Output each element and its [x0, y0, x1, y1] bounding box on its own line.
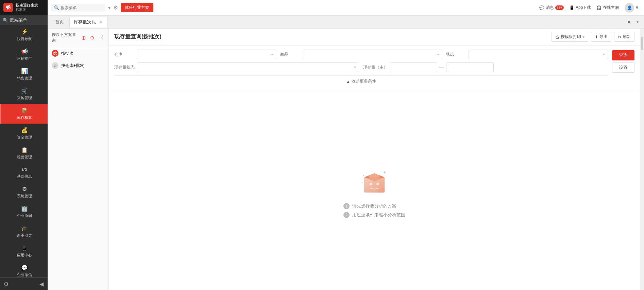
- tab-home[interactable]: 首页: [51, 17, 68, 27]
- messages-icon: 💬: [539, 5, 544, 10]
- print-btn[interactable]: 🖨 按模板打印 ▾: [552, 32, 588, 42]
- query-button[interactable]: 查询: [612, 50, 634, 60]
- print-dropdown-icon[interactable]: ▾: [582, 35, 584, 39]
- sidebar-label-basic: 基础信息: [17, 174, 32, 179]
- status-dropdown-icon[interactable]: ▾: [603, 52, 605, 57]
- tab-bar-close-btn[interactable]: ✕: [625, 18, 633, 26]
- collapse-sidebar-btn[interactable]: ◀: [38, 280, 45, 287]
- product-dots-icon[interactable]: ···: [436, 52, 439, 57]
- phone-icon: 📱: [569, 5, 574, 10]
- plan-icon-warehouse-batch: ⊙: [52, 62, 58, 69]
- empty-illustration: ✦ ✦ ✦: [357, 164, 391, 198]
- collapse-left-btn[interactable]: 《: [98, 34, 104, 41]
- sidebar-item-finance[interactable]: 💰 资金管理: [0, 124, 48, 143]
- sidebar-item-wechat[interactable]: 💬 企业微信: [0, 261, 48, 277]
- wechat-icon: 💬: [21, 265, 28, 271]
- sidebar-item-inventory[interactable]: 📦 库存核算: [0, 104, 48, 124]
- sidebar-label-operations: 经营管理: [17, 155, 32, 160]
- left-panel: 按以下方案查询 ⊕ ⊙ 《 按 按批次 ⊙ 按仓库+批次: [48, 29, 109, 290]
- topbar-search-input[interactable]: [61, 5, 101, 10]
- trial-button[interactable]: 体验行业方案: [121, 3, 153, 12]
- product-label: 商品: [280, 52, 301, 57]
- filter-status: 状态 ▾: [446, 50, 608, 59]
- warehouse-label: 仓库: [114, 52, 135, 57]
- topbar-dropdown-icon[interactable]: ▾: [108, 5, 111, 11]
- warehouse-select[interactable]: ···: [137, 50, 276, 59]
- settings-footer-btn[interactable]: ⚙: [3, 280, 10, 287]
- sidebar-search[interactable]: 🔍 搜索菜单: [0, 15, 48, 25]
- svg-point-5: [376, 183, 379, 185]
- sidebar-item-system[interactable]: ⚙ 系统管理: [0, 182, 48, 202]
- sidebar-item-operations[interactable]: 📋 经营管理: [0, 143, 48, 163]
- sidebar-label-enterprise: 企业协同: [17, 213, 32, 218]
- tab-more-btn[interactable]: ▾: [634, 19, 641, 25]
- left-panel-header: 按以下方案查询 ⊕ ⊙ 《: [48, 29, 108, 47]
- topbar: 🔍 ▾ ⚙ 体验行业方案 💬 消息 99+ 📱 App下载 🎧 在线客服 👤 R: [48, 0, 644, 16]
- stock-status-dropdown-icon[interactable]: ▾: [354, 65, 356, 70]
- plan-item-warehouse-batch[interactable]: ⊙ 按仓库+批次: [48, 59, 108, 72]
- filter-warehouse: 仓库 ···: [114, 50, 276, 59]
- status-label: 状态: [446, 52, 467, 57]
- product-select[interactable]: ···: [303, 50, 442, 59]
- scrollbar-thumb[interactable]: [641, 37, 643, 50]
- sidebar-item-purchase[interactable]: 🛒 采购管理: [0, 84, 48, 104]
- chevron-up-icon: ▲: [346, 79, 350, 84]
- user-profile-action[interactable]: 👤 Rit: [625, 3, 641, 13]
- stock-status-select[interactable]: ▾: [137, 62, 359, 72]
- collapse-more-btn[interactable]: ▲ 收起更多条件: [114, 77, 608, 86]
- left-panel-title: 按以下方案查询: [52, 32, 80, 43]
- app-version: 标准版: [16, 7, 38, 12]
- add-plan-btn[interactable]: ⊕: [80, 34, 87, 41]
- stock-main-to-input[interactable]: [446, 62, 494, 72]
- refresh-btn[interactable]: ↻ 刷新: [614, 32, 634, 42]
- collapse-row: ▲ 收起更多条件: [114, 75, 608, 87]
- sidebar-item-enterprise[interactable]: 🏢 企业协同: [0, 202, 48, 222]
- filter-action-col: 查询 设置: [612, 50, 634, 73]
- messages-label: 消息: [546, 5, 554, 11]
- sidebar-item-sales[interactable]: 📊 销售管理: [0, 65, 48, 84]
- sidebar-label-apps: 应用中心: [17, 253, 32, 258]
- sidebar-item-guide[interactable]: 🎓 新手引导: [0, 222, 48, 241]
- topbar-search-box[interactable]: 🔍: [51, 4, 105, 12]
- app-download-action[interactable]: 📱 App下载: [569, 5, 591, 11]
- status-select[interactable]: ▾: [469, 50, 608, 59]
- svg-point-4: [370, 183, 372, 185]
- inventory-icon: 📦: [21, 107, 28, 114]
- right-scrollbar[interactable]: [640, 29, 644, 290]
- empty-tips: 1 请先选择要分析的方案 2 用过滤条件来缩小分析范围: [343, 203, 405, 218]
- sidebar-item-basic[interactable]: 🗂 基础信息: [0, 163, 48, 182]
- sidebar-item-quick-nav[interactable]: ⚡ 快捷导航: [0, 25, 48, 45]
- warehouse-dots-icon[interactable]: ···: [270, 52, 273, 57]
- sidebar-label-marketing: 营销推广: [17, 56, 32, 61]
- sidebar-label-sales: 销售管理: [17, 76, 32, 81]
- tab-close-btn[interactable]: ✕: [98, 19, 103, 25]
- plan-icon-batch: 按: [52, 50, 58, 57]
- plan-settings-btn[interactable]: ⊙: [89, 34, 96, 41]
- guide-icon: 🎓: [21, 225, 28, 232]
- sidebar-label-finance: 资金管理: [17, 135, 32, 140]
- refresh-btn-label: 刷新: [623, 34, 631, 40]
- stock-main-from-input[interactable]: [390, 62, 437, 72]
- messages-action[interactable]: 💬 消息 99+: [539, 5, 564, 11]
- app-title: 畅康通好生意: [16, 3, 38, 7]
- topbar-settings-icon[interactable]: ⚙: [113, 4, 118, 11]
- export-icon: ⬆: [595, 35, 598, 39]
- online-support-action[interactable]: 🎧 在线客服: [596, 5, 619, 11]
- main-content: 🔍 ▾ ⚙ 体验行业方案 💬 消息 99+ 📱 App下载 🎧 在线客服 👤 R: [48, 0, 644, 290]
- export-btn[interactable]: ⬆ 导出: [591, 32, 611, 42]
- avatar: 👤: [625, 3, 634, 13]
- plan-item-batch[interactable]: 按 按批次: [48, 47, 108, 59]
- settings-button[interactable]: 设置: [612, 62, 634, 73]
- sidebar-label-inventory: 库存核算: [17, 115, 32, 120]
- app-logo: 畅: [3, 3, 13, 12]
- search-icon: 🔍: [3, 18, 8, 23]
- sidebar-label-guide: 新手引导: [17, 233, 32, 238]
- sidebar-header: 畅 畅康通好生意 标准版: [0, 0, 48, 15]
- filter-product: 商品 ···: [280, 50, 442, 59]
- sidebar-item-marketing[interactable]: 📢 营销推广: [0, 45, 48, 65]
- tab-batch-account[interactable]: 库存批次账 ✕: [69, 17, 108, 28]
- filter-row-2: 现存量状态 ▾ 现存量（主） —: [114, 62, 608, 72]
- sidebar-item-apps[interactable]: 📱 应用中心: [0, 241, 48, 261]
- stock-dash: —: [439, 65, 444, 70]
- filter-stock-main: 现存量（主） —: [363, 62, 608, 72]
